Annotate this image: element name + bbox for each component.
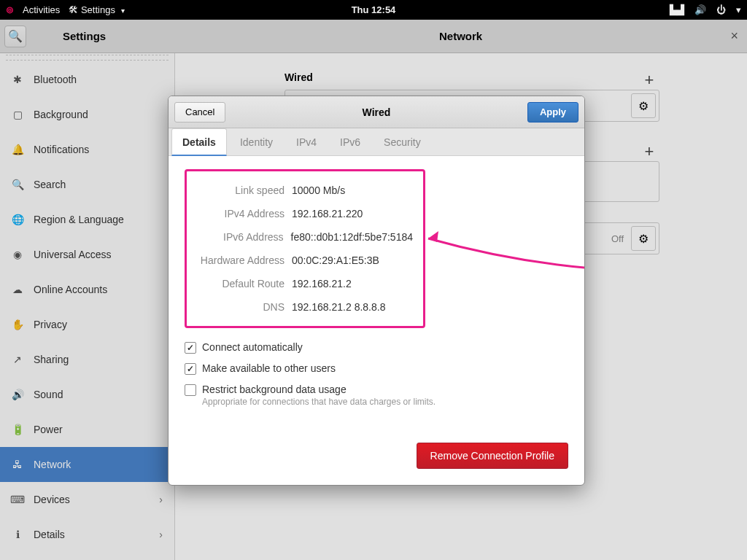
check-connect-automatically[interactable]: Connect automatically [185,341,568,354]
check-available-all-users[interactable]: Make available to other users [185,362,568,375]
detail-default-route: Default Route192.168.21.2 [197,272,413,295]
checkbox-icon[interactable] [185,384,196,396]
volume-icon[interactable]: 🔊 [694,4,706,15]
power-icon[interactable]: ⏻ [716,4,726,15]
checkbox-icon[interactable] [185,363,196,375]
wired-connection-dialog: Cancel Wired Apply Details Identity IPv4… [168,96,585,486]
cancel-button[interactable]: Cancel [174,102,225,122]
app-menu[interactable]: 🛠 Settings [69,4,124,15]
apply-button[interactable]: Apply [527,102,578,122]
dialog-title: Wired [363,106,391,118]
panel-clock[interactable]: Thu 12:54 [352,4,396,15]
activities-button[interactable]: Activities [23,4,60,15]
tab-ipv6[interactable]: IPv6 [330,128,371,155]
annotation-arrow-icon [414,220,585,279]
dialog-body: Link speed10000 Mb/s IPv4 Address192.168… [169,156,584,485]
detail-hardware-address: Hardware Address00:0C:29:A1:E5:3B [197,249,413,272]
detail-dns: DNS192.168.21.2 8.8.8.8 [197,295,413,319]
checkbox-icon[interactable] [185,342,196,354]
details-highlight-box: Link speed10000 Mb/s IPv4 Address192.168… [185,169,425,328]
dialog-tabs: Details Identity IPv4 IPv6 Security [169,128,584,156]
detail-ipv4-address: IPv4 Address192.168.21.220 [197,202,413,225]
detail-link-speed: Link speed10000 Mb/s [197,179,413,202]
distro-logo-icon: ⊚ [6,4,14,15]
dialog-headerbar: Cancel Wired Apply [169,96,584,128]
remove-connection-button[interactable]: Remove Connection Profile [417,443,568,469]
tab-security[interactable]: Security [374,128,431,155]
tab-identity[interactable]: Identity [230,128,283,155]
network-status-icon[interactable]: ▙▟ [670,4,684,15]
gnome-top-panel: ⊚ Activities 🛠 Settings Thu 12:54 ▙▟ 🔊 ⏻… [0,0,747,20]
tab-ipv4[interactable]: IPv4 [286,128,327,155]
system-menu-chevron-icon[interactable]: ▾ [736,4,741,15]
restrict-subtitle: Appropriate for connections that have da… [202,397,436,407]
detail-ipv6-address: IPv6 Addressfe80::d0b1:12df:5be7:5184 [197,225,413,249]
tab-details[interactable]: Details [171,128,227,156]
wrench-icon: 🛠 [69,4,78,15]
check-restrict-background-data[interactable]: Restrict background data usage Appropria… [185,384,568,407]
